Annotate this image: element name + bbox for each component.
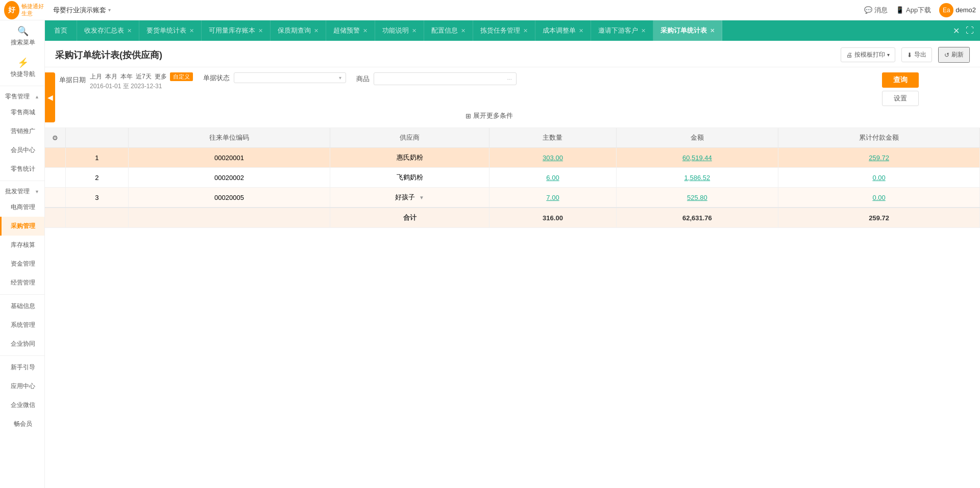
shortcut-7days[interactable]: 近7天 bbox=[136, 72, 152, 81]
sidebar-item-operations[interactable]: 经营管理 bbox=[0, 273, 44, 292]
col-settings[interactable]: ⚙ bbox=[45, 128, 65, 148]
table-row[interactable]: 3 00020005 好孩子 ▼ 7.00 525.8 bbox=[45, 188, 980, 208]
row2-paid-amount-val[interactable]: 0.00 bbox=[872, 174, 885, 182]
sidebar-item-retail-stats[interactable]: 零售统计 bbox=[0, 160, 44, 178]
sidebar-item-ecommerce[interactable]: 电商管理 bbox=[0, 198, 44, 217]
logo-icon: 好 bbox=[4, 1, 19, 19]
tab-purchase-order-stats-close[interactable]: ✕ bbox=[710, 28, 715, 34]
status-select[interactable]: ▾ bbox=[234, 72, 346, 83]
shortcut-curr-month[interactable]: 本月 bbox=[105, 72, 117, 81]
tab-cost-adjust-close[interactable]: ✕ bbox=[579, 28, 583, 34]
tab-maximize-btn[interactable]: ⛶ bbox=[964, 24, 976, 37]
sidebar-item-app-center[interactable]: 应用中心 bbox=[0, 377, 44, 396]
tab-invite-downstream[interactable]: 邀请下游客户 ✕ bbox=[591, 20, 653, 41]
row3-unit-code: 00020005 bbox=[129, 188, 330, 208]
tab-warranty[interactable]: 保质期查询 ✕ bbox=[271, 20, 326, 41]
tab-pick-task-close[interactable]: ✕ bbox=[523, 28, 528, 34]
tab-cost-adjust[interactable]: 成本调整单 ✕ bbox=[535, 20, 591, 41]
tab-purchase-order-stats-label: 采购订单统计表 bbox=[660, 26, 707, 35]
print-button[interactable]: 🖨 按模板打印 ▾ bbox=[841, 47, 895, 62]
sidebar-item-search-label: 搜索菜单 bbox=[11, 38, 35, 47]
row2-amount-val[interactable]: 1,586.52 bbox=[684, 174, 710, 182]
table-row[interactable]: 1 00020001 惠氏奶粉 303.00 60,519.44 bbox=[45, 148, 980, 168]
tab-config-info[interactable]: 配置信息 ✕ bbox=[424, 20, 473, 41]
workspace-name[interactable]: 母婴行业演示账套 bbox=[53, 6, 106, 15]
sidebar-item-member[interactable]: 会员中心 bbox=[0, 141, 44, 160]
tab-available-stock-close[interactable]: ✕ bbox=[258, 28, 263, 34]
sidebar-item-app-center-label: 应用中心 bbox=[11, 382, 35, 391]
message-btn[interactable]: 💬 消息 bbox=[864, 6, 888, 15]
product-input[interactable]: ··· bbox=[374, 72, 517, 85]
tab-warranty-close[interactable]: ✕ bbox=[314, 28, 318, 34]
sidebar-item-ecommerce-label: 电商管理 bbox=[11, 203, 35, 212]
row3-amount-val[interactable]: 525.80 bbox=[687, 194, 707, 201]
tab-collect-pay-close[interactable]: ✕ bbox=[127, 28, 132, 34]
status-filter-group: 单据状态 ▾ bbox=[203, 72, 346, 83]
settings-button[interactable]: 设置 bbox=[882, 91, 919, 106]
refresh-button[interactable]: ↺ 刷新 bbox=[938, 47, 970, 63]
app-download-btn[interactable]: 📱 App下载 bbox=[896, 6, 931, 15]
shortcut-more[interactable]: 更多 bbox=[155, 72, 167, 81]
retail-header-label: 零售管理 bbox=[5, 92, 30, 101]
sidebar-item-search[interactable]: 🔍 搜索菜单 bbox=[0, 20, 44, 52]
row1-paid-amount-val[interactable]: 259.72 bbox=[869, 154, 889, 162]
tab-demand-stats-close[interactable]: ✕ bbox=[189, 28, 194, 34]
expand-more-btn[interactable]: ⊞ 展开更多条件 bbox=[461, 109, 517, 122]
row1-amount-val[interactable]: 60,519.44 bbox=[682, 154, 712, 162]
sidebar-item-corp-collab[interactable]: 企业协同 bbox=[0, 335, 44, 353]
tab-pick-task[interactable]: 拣货任务管理 ✕ bbox=[473, 20, 535, 41]
sidebar-item-quick-nav[interactable]: ⚡ 快捷导航 bbox=[0, 52, 44, 84]
export-icon: ⬇ bbox=[907, 52, 912, 59]
tab-close-all-btn[interactable]: ✕ bbox=[951, 24, 962, 38]
sidebar-divider-3 bbox=[0, 294, 44, 295]
sidebar-item-system-label: 系统管理 bbox=[11, 321, 35, 329]
sidebar-item-marketing[interactable]: 营销推广 bbox=[0, 122, 44, 141]
date-custom-badge[interactable]: 自定义 bbox=[170, 72, 193, 81]
batch-arrow-icon: ▼ bbox=[35, 189, 39, 194]
sidebar-item-corp-wechat[interactable]: 企业微信 bbox=[0, 396, 44, 415]
row3-expand-icon[interactable]: ▼ bbox=[419, 195, 424, 200]
filter-collapse-btn[interactable]: ◀ bbox=[45, 72, 55, 122]
sidebar-item-vip[interactable]: 畅会员 bbox=[0, 415, 44, 433]
row2-qty-val[interactable]: 6.00 bbox=[546, 174, 559, 182]
row1-paid-amount: 259.72 bbox=[778, 148, 980, 168]
sidebar-item-system[interactable]: 系统管理 bbox=[0, 316, 44, 335]
row3-qty-val[interactable]: 7.00 bbox=[546, 194, 559, 201]
row1-qty-val[interactable]: 303.00 bbox=[543, 154, 563, 162]
avatar: Ea bbox=[939, 3, 953, 17]
sidebar-retail-header[interactable]: 零售管理 bbox=[0, 88, 44, 103]
tab-demand-stats[interactable]: 要货单统计表 ✕ bbox=[139, 20, 202, 41]
col-supplier: 供应商 bbox=[330, 128, 489, 148]
sidebar-batch-header[interactable]: 批发管理 ▼ bbox=[0, 183, 44, 198]
table-row[interactable]: 2 00020002 飞鹤奶粉 6.00 1,586.52 bbox=[45, 168, 980, 188]
sidebar-item-basic-info[interactable]: 基础信息 bbox=[0, 297, 44, 316]
row2-settings bbox=[45, 168, 65, 188]
product-search-input[interactable] bbox=[378, 75, 507, 83]
footer-amount: 62,631.76 bbox=[616, 208, 778, 228]
user-area[interactable]: Ea demo2 bbox=[939, 3, 976, 17]
tab-invite-downstream-close[interactable]: ✕ bbox=[641, 28, 646, 34]
row3-paid-amount-val[interactable]: 0.00 bbox=[872, 194, 885, 201]
tab-config-info-close[interactable]: ✕ bbox=[461, 28, 465, 34]
tab-overstock[interactable]: 超储预警 ✕ bbox=[326, 20, 375, 41]
tab-feature-desc-close[interactable]: ✕ bbox=[412, 28, 416, 34]
export-button[interactable]: ⬇ 导出 bbox=[901, 47, 932, 62]
shortcut-prev-month[interactable]: 上月 bbox=[90, 72, 102, 81]
tab-overstock-close[interactable]: ✕ bbox=[363, 28, 368, 34]
sidebar-item-finance[interactable]: 资金管理 bbox=[0, 254, 44, 273]
tab-home[interactable]: 首页 bbox=[45, 20, 77, 41]
sidebar-item-purchase[interactable]: 采购管理 bbox=[0, 217, 44, 236]
workspace-selector[interactable]: 母婴行业演示账套 ▾ bbox=[53, 6, 864, 15]
sidebar-item-new-guide[interactable]: 新手引导 bbox=[0, 358, 44, 377]
shortcut-curr-year[interactable]: 本年 bbox=[120, 72, 133, 81]
query-button[interactable]: 查询 bbox=[882, 72, 919, 88]
product-input-more-icon[interactable]: ··· bbox=[507, 76, 512, 82]
sidebar-item-inventory[interactable]: 库存核算 bbox=[0, 236, 44, 254]
data-table: ⚙ 往来单位编码 供应商 主数量 bbox=[45, 128, 980, 228]
tab-feature-desc[interactable]: 功能说明 ✕ bbox=[375, 20, 424, 41]
tab-collect-pay[interactable]: 收发存汇总表 ✕ bbox=[77, 20, 139, 41]
col-settings-icon[interactable]: ⚙ bbox=[52, 134, 58, 142]
tab-available-stock[interactable]: 可用量库存账本 ✕ bbox=[202, 20, 271, 41]
sidebar-item-retail-store[interactable]: 零售商城 bbox=[0, 103, 44, 122]
tab-purchase-order-stats[interactable]: 采购订单统计表 ✕ bbox=[653, 20, 722, 41]
